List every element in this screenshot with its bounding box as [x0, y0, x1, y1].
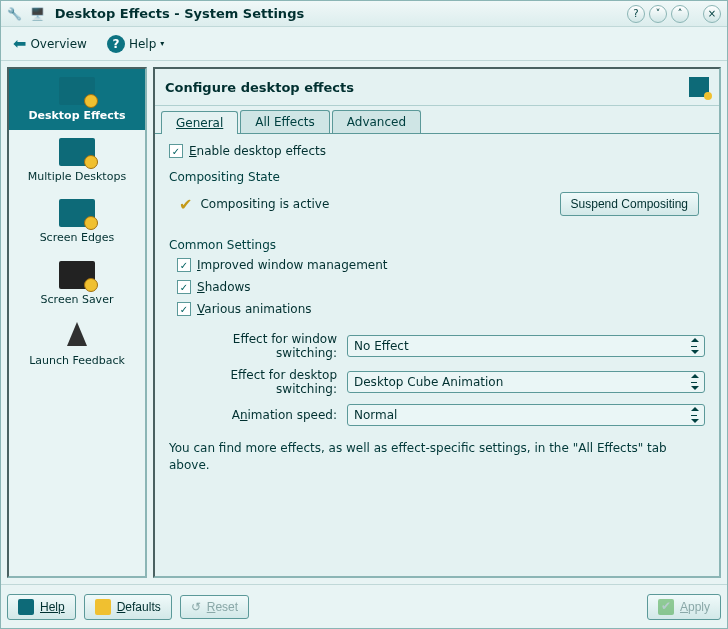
footer: Help Defaults ↺ Reset ✔ Apply: [1, 584, 727, 628]
sidebar-item-desktop-effects[interactable]: Desktop Effects: [9, 69, 145, 130]
app-icons: 🔧 🖥️: [7, 7, 49, 21]
various-label: Various animations: [197, 302, 312, 316]
enable-effects-label: Enable desktop effects: [189, 144, 326, 158]
apply-icon: ✔: [658, 599, 674, 615]
help-menu-button[interactable]: ? Help ▾: [103, 33, 168, 55]
anim-speed-label: Animation speed:: [169, 408, 337, 422]
content-header: Configure desktop effects: [155, 69, 719, 106]
reset-icon: ↺: [191, 600, 201, 614]
screen-saver-icon: [59, 261, 95, 289]
desktop-switch-select[interactable]: Desktop Cube Animation: [347, 371, 705, 393]
page-title: Configure desktop effects: [165, 80, 354, 95]
titlebar: 🔧 🖥️ Desktop Effects - System Settings ?…: [1, 1, 727, 27]
sidebar-item-label: Screen Edges: [40, 231, 115, 244]
sidebar-item-screen-saver[interactable]: Screen Saver: [9, 253, 145, 314]
window: 🔧 🖥️ Desktop Effects - System Settings ?…: [0, 0, 728, 629]
anim-speed-select[interactable]: Normal: [347, 404, 705, 426]
various-checkbox[interactable]: ✓: [177, 302, 191, 316]
sidebar-item-screen-edges[interactable]: Screen Edges: [9, 191, 145, 252]
screen-edges-icon: [59, 199, 95, 227]
desktop-effects-icon: [59, 77, 95, 105]
anim-speed-row: Animation speed: Normal: [169, 404, 705, 426]
footer-defaults-button[interactable]: Defaults: [84, 594, 172, 620]
shadows-row: ✓ Shadows: [177, 280, 705, 294]
help-titlebar-button[interactable]: ?: [627, 5, 645, 23]
sidebar-item-label: Desktop Effects: [28, 109, 125, 122]
overview-label: Overview: [30, 37, 87, 51]
toolbar: ⬅ Overview ? Help ▾: [1, 27, 727, 61]
window-switch-row: Effect for window switching: No Effect: [169, 332, 705, 360]
help-label: Help: [129, 37, 156, 51]
sidebar-item-multiple-desktops[interactable]: Multiple Desktops: [9, 130, 145, 191]
desktop-switch-label: Effect for desktop switching:: [169, 368, 337, 396]
desktop-switch-row: Effect for desktop switching: Desktop Cu…: [169, 368, 705, 396]
tab-bar: General All Effects Advanced: [155, 106, 719, 134]
tab-advanced[interactable]: Advanced: [332, 110, 421, 133]
chevron-down-icon: ▾: [160, 39, 164, 48]
common-settings-title: Common Settings: [169, 238, 705, 252]
shadows-label: Shadows: [197, 280, 251, 294]
tab-body: ✓ Enable desktop effects Compositing Sta…: [155, 134, 719, 576]
improved-row: ✓ Improved window management: [177, 258, 705, 272]
window-switch-select[interactable]: No Effect: [347, 335, 705, 357]
maximize-button[interactable]: ˄: [671, 5, 689, 23]
compositing-status-row: ✔ Compositing is active Suspend Composit…: [169, 190, 705, 224]
window-title: Desktop Effects - System Settings: [55, 6, 623, 21]
tab-all-effects[interactable]: All Effects: [240, 110, 329, 133]
close-button[interactable]: ×: [703, 5, 721, 23]
rocket-icon: [59, 322, 95, 350]
wrench-icon: 🔧: [7, 7, 22, 21]
content-panel: Configure desktop effects General All Ef…: [153, 67, 721, 578]
various-row: ✓ Various animations: [177, 302, 705, 316]
overview-button[interactable]: ⬅ Overview: [9, 32, 91, 55]
window-switch-label: Effect for window switching:: [169, 332, 337, 360]
header-icon: [689, 77, 709, 97]
sidebar-item-label: Launch Feedback: [29, 354, 125, 367]
enable-effects-row: ✓ Enable desktop effects: [169, 144, 705, 158]
suspend-compositing-button[interactable]: Suspend Compositing: [560, 192, 699, 216]
tab-general[interactable]: General: [161, 111, 238, 134]
check-icon: ✔: [179, 195, 192, 214]
compositing-title: Compositing State: [169, 170, 705, 184]
sidebar-item-launch-feedback[interactable]: Launch Feedback: [9, 314, 145, 375]
compositing-fieldset: Compositing State ✔ Compositing is activ…: [169, 166, 705, 234]
sidebar-item-label: Screen Saver: [41, 293, 114, 306]
multiple-desktops-icon: [59, 138, 95, 166]
help-icon: ?: [107, 35, 125, 53]
shadows-checkbox[interactable]: ✓: [177, 280, 191, 294]
effects-hint: You can find more effects, as well as ef…: [169, 440, 705, 474]
footer-reset-button[interactable]: ↺ Reset: [180, 595, 249, 619]
common-settings-fieldset: Common Settings ✓ Improved window manage…: [169, 234, 705, 484]
sidebar-item-label: Multiple Desktops: [28, 170, 126, 183]
help-book-icon: [18, 599, 34, 615]
sidebar: Desktop Effects Multiple Desktops Screen…: [7, 67, 147, 578]
back-arrow-icon: ⬅: [13, 34, 26, 53]
enable-effects-checkbox[interactable]: ✓: [169, 144, 183, 158]
footer-help-button[interactable]: Help: [7, 594, 76, 620]
main-row: Desktop Effects Multiple Desktops Screen…: [1, 61, 727, 584]
compositing-status: Compositing is active: [200, 197, 329, 211]
minimize-button[interactable]: ˅: [649, 5, 667, 23]
improved-label: Improved window management: [197, 258, 388, 272]
improved-checkbox[interactable]: ✓: [177, 258, 191, 272]
monitor-icon: 🖥️: [30, 7, 45, 21]
defaults-icon: [95, 599, 111, 615]
footer-apply-button[interactable]: ✔ Apply: [647, 594, 721, 620]
